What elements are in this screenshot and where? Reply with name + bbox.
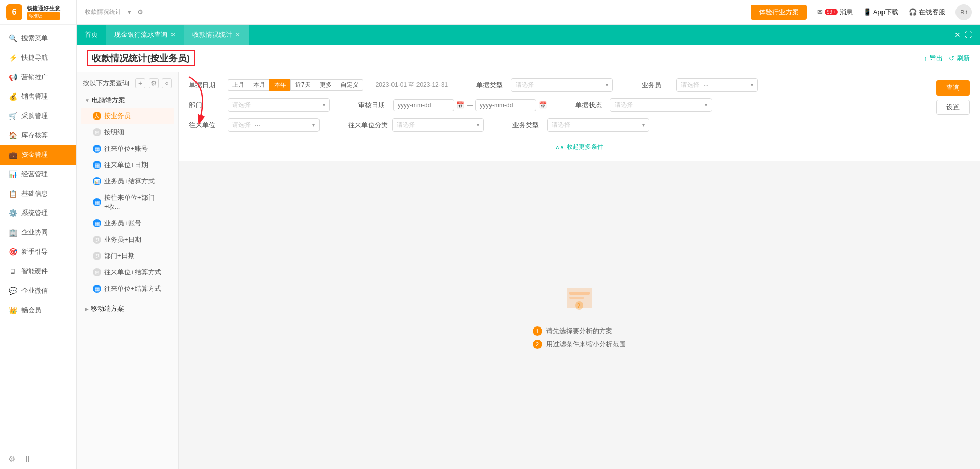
- settings-scheme-button[interactable]: ⚙: [149, 78, 159, 88]
- sidebar-item-inventory[interactable]: 🏠 库存核算: [0, 126, 76, 145]
- biz-type-select[interactable]: 请选择 ▾: [547, 118, 649, 132]
- sidebar-item-purchase[interactable]: 🛒 采购管理: [0, 106, 76, 126]
- tree-parent-desktop[interactable]: ▼ 电脑端方案: [81, 92, 174, 108]
- date-tab-this-month[interactable]: 本月: [249, 79, 270, 91]
- service-area[interactable]: 🎧 在线客服: [909, 8, 945, 17]
- collapse-panel-button[interactable]: «: [162, 78, 172, 88]
- tree-item-salesperson-settle[interactable]: 📊 业务员+结算方式: [81, 173, 174, 190]
- sales-icon: 💰: [8, 92, 17, 101]
- panel-header: 按以下方案查询 + ⚙ «: [77, 72, 178, 92]
- sidebar-item-finance[interactable]: 💼 资金管理: [0, 145, 76, 165]
- app-download-area[interactable]: 📱 App下载: [863, 8, 898, 17]
- settings-header-icon[interactable]: ⚙: [137, 8, 143, 16]
- tree-item-unit-settle2[interactable]: ▦ 往来单位+结算方式: [81, 280, 174, 297]
- refresh-button[interactable]: ↺ 刷新: [949, 54, 970, 63]
- message-area[interactable]: ✉ 99+ 消息: [817, 8, 853, 17]
- sidebar-item-quick-nav[interactable]: ⚡ 快捷导航: [0, 48, 76, 67]
- sidebar-item-member[interactable]: 👑 畅会员: [0, 300, 76, 320]
- review-date-end[interactable]: [475, 99, 536, 111]
- sidebar-item-marketing[interactable]: 📢 营销推广: [0, 67, 76, 87]
- tab-bank-flow[interactable]: 现金银行流水查询 ✕: [106, 25, 184, 45]
- page-title: 收款情况统计(按业务员): [87, 50, 195, 66]
- sidebar-item-guide[interactable]: 🎯 新手引导: [0, 242, 76, 262]
- sidebar-item-hardware[interactable]: 🖥 智能硬件: [0, 262, 76, 281]
- partner-chevron: ▾: [312, 122, 315, 128]
- tree-item-unit-account[interactable]: ▦ 往来单位+账号: [81, 140, 174, 157]
- date-tab-more[interactable]: 更多: [315, 79, 336, 91]
- filter-row-1: 单据日期 上月 本月 本年 近7天 更多 自定义 2023-01-01 至 20…: [189, 78, 928, 92]
- sidebar-item-system[interactable]: ⚙️ 系统管理: [0, 203, 76, 223]
- review-date-start[interactable]: [393, 99, 454, 111]
- hardware-icon: 🖥: [8, 267, 17, 275]
- tree-arrow-desktop: ▼: [85, 98, 90, 103]
- more-dots-salesperson[interactable]: ···: [701, 81, 711, 89]
- tree-item-unit-dept-collect[interactable]: ▦ 按往来单位+部门+收...: [81, 190, 174, 215]
- sidebar-item-basic[interactable]: 📋 基础信息: [0, 184, 76, 203]
- settings-button[interactable]: 设置: [936, 100, 970, 115]
- breadcrumb: 收款情况统计: [85, 8, 121, 16]
- maximize-icon[interactable]: ⛶: [965, 31, 972, 39]
- step-num-1: 1: [533, 326, 542, 336]
- tab-close-bank[interactable]: ✕: [170, 31, 176, 38]
- review-date-range: 📅 — 📅: [393, 99, 547, 111]
- app-label: App下载: [873, 8, 898, 17]
- collapse-icon[interactable]: ⏸: [23, 455, 32, 464]
- refresh-icon: ↺: [949, 55, 954, 62]
- tree-item-salesperson[interactable]: 人 按业务员: [81, 108, 174, 124]
- sidebar: 6 畅捷通好生意 标准版 🔍 搜索菜单 ⚡ 快捷导航 📢 营销推广 💰 销售管理…: [0, 0, 77, 469]
- trial-button[interactable]: 体验行业方案: [751, 5, 807, 20]
- collapse-up-icon: ∧∧: [555, 144, 565, 151]
- more-dots-partner[interactable]: ···: [253, 121, 262, 129]
- collapse-bar[interactable]: ∧∧ 收起更多条件: [189, 138, 970, 155]
- voucher-type-select[interactable]: 请选择 ▾: [511, 78, 613, 92]
- date-tab-last-month[interactable]: 上月: [228, 79, 249, 91]
- settings-icon[interactable]: ⚙: [8, 454, 15, 464]
- logo-area: 6 畅捷通好生意 标准版: [0, 0, 76, 25]
- sidebar-item-operation[interactable]: 📊 经营管理: [0, 165, 76, 184]
- voucher-status-label: 单据状态: [575, 101, 606, 110]
- tab-receipt-stat[interactable]: 收款情况统计 ✕: [184, 25, 249, 45]
- export-button[interactable]: ↑ 导出: [924, 54, 943, 63]
- app-icon: 📱: [863, 8, 871, 16]
- sidebar-item-search[interactable]: 🔍 搜索菜单: [0, 29, 76, 48]
- query-button[interactable]: 查询: [936, 80, 970, 96]
- date-tabs: 上月 本月 本年 近7天 更多 自定义: [228, 79, 363, 91]
- user-avatar[interactable]: Rit: [955, 4, 972, 20]
- sidebar-item-enterprise[interactable]: 🏢 企业协同: [0, 223, 76, 242]
- dept-label: 部门: [189, 101, 219, 110]
- right-content: 单据日期 上月 本月 本年 近7天 更多 自定义 2023-01-01 至 20…: [179, 72, 980, 469]
- sidebar-item-wechat[interactable]: 💬 企业微信: [0, 281, 76, 300]
- date-tab-custom[interactable]: 自定义: [336, 79, 363, 91]
- add-scheme-button[interactable]: +: [135, 78, 145, 88]
- voucher-type-label: 单据类型: [476, 81, 507, 90]
- page-header: 收款情况统计(按业务员) ↑ 导出 ↺ 刷新: [77, 45, 980, 72]
- voucher-status-select[interactable]: 请选择 ▾: [610, 98, 712, 112]
- tree-item-salesperson-date[interactable]: ⏱ 业务员+日期: [81, 231, 174, 248]
- tree-item-detail[interactable]: ⊞ 按明细: [81, 124, 174, 140]
- panel-title: 按以下方案查询: [83, 79, 129, 88]
- tree-item-salesperson-account[interactable]: ▦ 业务员+账号: [81, 215, 174, 231]
- filter-top-row: 单据日期 上月 本月 本年 近7天 更多 自定义 2023-01-01 至 20…: [189, 78, 970, 138]
- partner-category-select[interactable]: 请选择 ▾: [392, 118, 484, 132]
- partner-select[interactable]: 请选择 ··· ▾: [228, 118, 320, 132]
- sidebar-bottom: ⚙ ⏸: [0, 449, 76, 469]
- tree-parent-mobile[interactable]: ▶ 移动端方案: [81, 301, 174, 316]
- dropdown-icon[interactable]: ▾: [128, 8, 131, 16]
- date-tab-this-year[interactable]: 本年: [270, 79, 290, 91]
- tab-home[interactable]: 首页: [77, 25, 106, 45]
- tree-section-mobile: ▶ 移动端方案: [77, 301, 178, 316]
- tree-item-unit-settle1[interactable]: ⊞ 往来单位+结算方式: [81, 264, 174, 280]
- basic-icon: 📋: [8, 190, 17, 198]
- svg-text:?: ?: [577, 303, 580, 309]
- filter-area: 单据日期 上月 本月 本年 近7天 更多 自定义 2023-01-01 至 20…: [179, 72, 980, 161]
- sidebar-item-sales[interactable]: 💰 销售管理: [0, 87, 76, 106]
- salesperson-select[interactable]: 请选择 ··· ▾: [676, 78, 758, 92]
- tree-arrow-mobile: ▶: [85, 306, 89, 312]
- tab-close-receipt[interactable]: ✕: [235, 31, 240, 38]
- dept-select[interactable]: 请选择 ▾: [228, 98, 330, 112]
- tree-item-unit-date[interactable]: ▦ 往来单位+日期: [81, 157, 174, 173]
- date-tab-7days[interactable]: 近7天: [290, 79, 315, 91]
- close-all-icon[interactable]: ✕: [954, 31, 961, 39]
- operation-icon: 📊: [8, 170, 17, 178]
- tree-item-dept-date[interactable]: ⏱ 部门+日期: [81, 248, 174, 264]
